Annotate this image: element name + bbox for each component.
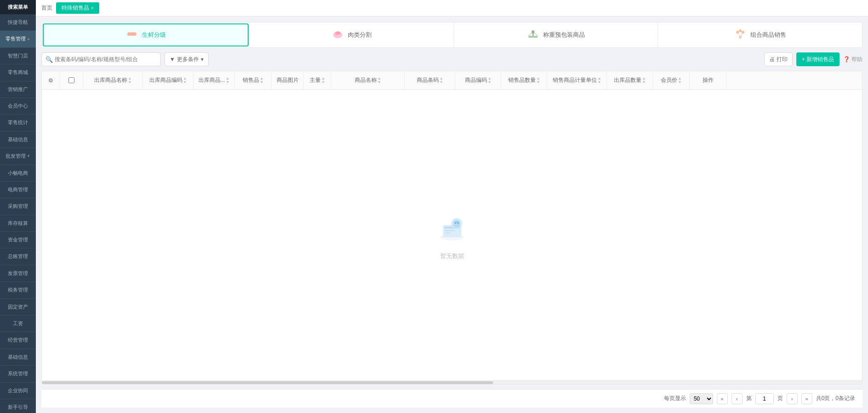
cat-tab-combo-sales[interactable]: 组合商品销售 [658,23,862,47]
th-sale-qty: 销售品数量 ▲▼ [501,71,547,89]
th-label: 商品条码 [417,76,439,84]
th-label: 出库品数量 [614,76,641,84]
sort-icon[interactable]: ▲▼ [440,77,443,84]
sidebar-item-capital-mgmt[interactable]: 资金管理 [0,232,36,248]
svg-point-4 [335,31,340,35]
sort-icon[interactable]: ▲▼ [378,77,381,84]
settings-icon: ⚙ [48,77,53,84]
close-tab-icon[interactable]: × [91,6,94,11]
sort-icon[interactable]: ▲▼ [642,77,646,84]
per-page-label: 每页显示 [664,395,686,402]
sidebar-item-business-mgmt[interactable]: 经营管理 [0,332,36,349]
sort-icon[interactable]: ▲▼ [537,77,540,84]
prev-page-button[interactable]: ‹ [732,393,743,404]
sidebar-item-fixed-assets[interactable]: 固定资产 [0,299,36,315]
fresh-grade-icon [125,28,138,43]
sidebar-item-sales-promo[interactable]: 营销推广 [0,81,36,98]
cat-tab-weigh-pack[interactable]: 称重预包装商品 [454,23,658,47]
cat-tab-meat-cut[interactable]: 肉类分割 [250,23,454,47]
th-product-code: 商品编码 ▲▼ [455,71,501,89]
th-checkbox[interactable] [60,71,83,89]
sort-icon[interactable]: ▲▼ [260,77,264,84]
horizontal-scroll-thumb[interactable] [42,381,493,384]
th-out-qty: 出库品数量 ▲▼ [607,71,653,89]
sidebar-item-mini-ecom[interactable]: 小畅电商 [0,165,36,182]
add-sale-product-button[interactable]: + 新增销售品 [796,52,840,66]
sidebar-item-quick-nav[interactable]: 快捷导航 [0,14,36,31]
th-sale-unit: 销售商品计量单位 ▲▼ [547,71,607,89]
th-label: 出库商品编码 [149,76,182,84]
print-label: 打印 [777,56,788,63]
th-label: 销售品 [243,76,259,84]
th-product-name: 商品名称 ▲▼ [331,71,405,89]
help-button[interactable]: ❓ 帮助 [843,56,862,63]
page-label: 第 [746,395,752,402]
toolbar: 🔍 ▼ 更多条件 ▾ 🖨 打印 + 新增销售品 ❓ [41,52,862,66]
sidebar-item-base-info-2[interactable]: 基础信息 [0,349,36,366]
sidebar-item-general-ledger[interactable]: 总账管理 [0,248,36,265]
first-page-button[interactable]: « [717,393,728,404]
next-page-button[interactable]: › [787,393,798,404]
filter-icon: ▼ [170,56,175,63]
sidebar-logo[interactable]: 搜索菜单 [0,0,36,14]
th-member-price: 会员价 ▲▼ [653,71,690,89]
add-sale-product-label: + 新增销售品 [802,56,834,63]
sidebar-item-inventory[interactable]: 库存核算 [0,215,36,232]
sidebar-item-retail-mgmt[interactable]: 零售管理 ▲ [0,31,36,47]
filter-button[interactable]: ▼ 更多条件 ▾ [165,52,209,66]
sidebar-item-retail-mall[interactable]: 零售商城 [0,64,36,81]
th-out-product-more: 出库商品... ▲▼ [193,71,235,89]
sidebar-item-invoice-mgmt[interactable]: 发票管理 [0,265,36,282]
sidebar-item-base-info-1[interactable]: 基础信息 [0,132,36,148]
cat-tab-fresh-grade[interactable]: 生鲜分级 [43,23,249,46]
sidebar-item-retail-stats[interactable]: 零售统计 [0,115,36,131]
sort-icon[interactable]: ▲▼ [598,77,601,84]
sidebar-item-smart-store[interactable]: 智慧门店 [0,48,36,64]
print-button[interactable]: 🖨 打印 [764,52,793,66]
sidebar-item-wages[interactable]: 工资 [0,315,36,332]
expand-arrow-icon: ▲ [27,36,30,41]
combo-sales-icon [734,28,747,43]
search-input[interactable] [55,56,156,63]
cat-tab-label: 称重预包装商品 [543,31,585,39]
sidebar-item-label: 零售管理 [6,35,26,42]
sidebar-item-sys-mgmt[interactable]: 系统管理 [0,366,36,382]
per-page-select[interactable]: 10 20 50 100 [690,393,713,404]
sort-icon[interactable]: ▲▼ [322,77,325,84]
th-label: 商品编码 [465,76,487,84]
empty-illustration [434,210,471,247]
expand-arrow-icon: ▼ [27,154,30,159]
sidebar-item-enterprise-collab[interactable]: 企业协同 [0,383,36,399]
sort-icon[interactable]: ▲▼ [226,77,230,84]
sidebar-item-ecom-mgmt[interactable]: 电商管理 [0,182,36,198]
sidebar-item-wholesale-mgmt[interactable]: 批发管理 ▼ [0,148,36,165]
th-settings[interactable]: ⚙ [42,71,60,89]
th-sale-product: 销售品 ▲▼ [235,71,272,89]
page-number-input[interactable] [755,393,774,404]
toolbar-left: 🔍 ▼ 更多条件 ▾ [41,52,209,66]
th-label: 商品名称 [355,76,377,84]
th-main-weight: 主量 ▲▼ [304,71,331,89]
last-page-button[interactable]: » [801,393,812,404]
svg-point-23 [455,222,456,224]
content-area: 生鲜分级 肉类分割 称重预包装商品 组合商品销售 [36,17,868,413]
th-operations: 操作 [690,71,726,89]
sidebar-item-member-center[interactable]: 会员中心 [0,98,36,115]
th-product-barcode: 商品条码 ▲▼ [405,71,455,89]
horizontal-scrollbar[interactable] [42,380,862,384]
th-product-image: 商品图片 [272,71,304,89]
sidebar: 搜索菜单 快捷导航 零售管理 ▲ 智慧门店 零售商城 营销推广 会员中心 零售统… [0,0,36,413]
home-tab[interactable]: 首页 [41,4,52,12]
table-header: ⚙ 出库商品名称 ▲▼ 出库商品编码 ▲▼ 出库商品... ▲▼ [42,71,862,90]
sort-icon[interactable]: ▲▼ [183,77,187,84]
sidebar-item-purchase-mgmt[interactable]: 采购管理 [0,198,36,215]
sort-icon[interactable]: ▲▼ [678,77,682,84]
help-label: 帮助 [851,56,862,63]
active-tab[interactable]: 特殊销售品 × [56,2,99,14]
sort-icon[interactable]: ▲▼ [488,77,492,84]
search-box[interactable]: 🔍 [41,52,161,66]
sort-icon[interactable]: ▲▼ [128,77,132,84]
sidebar-item-new-guide[interactable]: 新手引导 [0,399,36,413]
sidebar-item-tax-mgmt[interactable]: 税务管理 [0,282,36,298]
select-all-checkbox[interactable] [68,77,74,83]
